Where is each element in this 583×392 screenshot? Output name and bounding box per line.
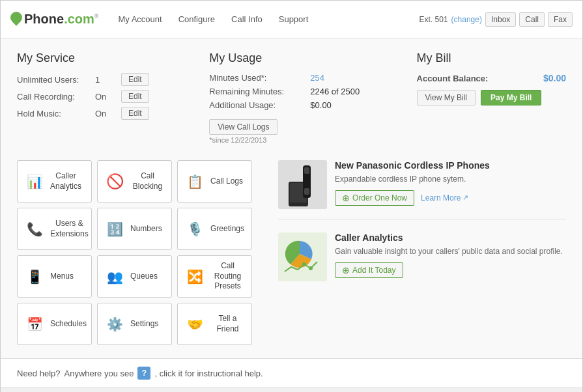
view-call-logs-button[interactable]: View Call Logs: [209, 119, 277, 135]
queues-icon: 👥: [104, 266, 125, 287]
schedules-button[interactable]: 📅 Schedules: [17, 303, 92, 345]
ext-label: Ext. 501: [419, 15, 448, 24]
add-it-today-label: Add It Today: [352, 266, 396, 275]
account-balance-label: Account Balance:: [417, 74, 489, 83]
my-usage-title: My Usage: [209, 51, 403, 65]
panasonic-description: Expandable cordless IP phone sytem.: [335, 174, 490, 185]
analytics-promo-links: ⊕ Add It Today: [335, 262, 563, 278]
greetings-icon: 🎙️: [184, 219, 205, 240]
call-routing-presets-button[interactable]: 🔀 Call RoutingPresets: [177, 255, 252, 298]
nav-call-info[interactable]: Call Info: [231, 14, 263, 24]
analytics-promo-title: Caller Analytics: [335, 232, 563, 243]
account-balance-value: $0.00: [543, 73, 566, 83]
plus-icon: ⊕: [342, 193, 350, 203]
hold-music-edit-button[interactable]: Edit: [121, 107, 149, 120]
caller-analytics-label: CallerAnalytics: [50, 171, 81, 191]
order-now-button[interactable]: ⊕ Order One Now: [335, 190, 414, 206]
service-row-users: Unlimited Users: 1 Edit: [17, 73, 196, 86]
my-usage-section: My Usage Minutes Used*: 254 Remaining Mi…: [209, 51, 403, 144]
logo-text: Phone.com®: [24, 12, 98, 27]
pay-my-bill-button[interactable]: Pay My Bill: [481, 90, 541, 105]
settings-button[interactable]: ⚙️ Settings: [97, 303, 172, 345]
external-link-icon: ↗: [462, 193, 468, 202]
main-nav: My Account Configure Call Info Support: [118, 14, 419, 24]
tell-a-friend-icon: 🤝: [184, 314, 205, 335]
call-logs-label: Call Logs: [210, 176, 243, 187]
recording-label: Call Recording:: [17, 92, 95, 102]
view-my-bill-button[interactable]: View My Bill: [417, 90, 476, 105]
numbers-button[interactable]: 🔢 Numbers: [97, 208, 172, 250]
panasonic-promo: New Panasonic Cordless IP Phones Expanda…: [278, 160, 566, 219]
usage-note: *since 12/22/2013: [209, 136, 403, 144]
panasonic-title: New Panasonic Cordless IP Phones: [335, 160, 490, 171]
hold-music-label: Hold Music:: [17, 109, 95, 119]
nav-my-account[interactable]: My Account: [118, 14, 162, 24]
call-button[interactable]: Call: [519, 12, 545, 27]
fax-button[interactable]: Fax: [548, 12, 573, 27]
analytics-chart-svg: [281, 236, 324, 278]
caller-analytics-button[interactable]: 📊 CallerAnalytics: [17, 160, 92, 203]
service-row-hold: Hold Music: On Edit: [17, 107, 196, 120]
phone-image-svg: [283, 162, 322, 208]
tell-a-friend-label: Tell a Friend: [210, 314, 245, 334]
remaining-minutes-label: Remaining Minutes:: [209, 87, 310, 96]
footer: Copyright © 2007-2013 Phone.com, Inc. Al…: [1, 387, 582, 392]
my-service-section: My Service Unlimited Users: 1 Edit Call …: [17, 51, 196, 144]
order-now-label: Order One Now: [352, 193, 407, 203]
help-text-middle: Anywhere you see: [64, 369, 134, 378]
bill-buttons: View My Bill Pay My Bill: [417, 90, 566, 105]
users-edit-button[interactable]: Edit: [121, 73, 149, 86]
users-label: Unlimited Users:: [17, 75, 95, 85]
greetings-button[interactable]: 🎙️ Greetings: [177, 208, 252, 250]
change-ext-link[interactable]: (change): [451, 15, 482, 24]
minutes-used-label: Minutes Used*:: [209, 73, 310, 83]
nav-support[interactable]: Support: [279, 14, 309, 24]
call-routing-label: Call RoutingPresets: [210, 261, 245, 292]
middle-section: 📊 CallerAnalytics 🚫 Call Blocking 📋 Call…: [17, 160, 566, 345]
call-blocking-button[interactable]: 🚫 Call Blocking: [97, 160, 172, 203]
call-blocking-label: Call Blocking: [130, 171, 165, 191]
numbers-label: Numbers: [130, 224, 162, 234]
analytics-chart-image: [278, 232, 327, 281]
right-panel: New Panasonic Cordless IP Phones Expanda…: [278, 160, 566, 345]
learn-more-label: Learn More: [421, 193, 461, 203]
call-blocking-icon: 🚫: [104, 171, 125, 192]
header-right: Ext. 501 (change) Inbox Call Fax: [419, 12, 573, 27]
inbox-button[interactable]: Inbox: [485, 12, 516, 27]
header: Phone.com® My Account Configure Call Inf…: [1, 1, 582, 38]
queues-button[interactable]: 👥 Queues: [97, 255, 172, 298]
settings-label: Settings: [130, 319, 158, 329]
panasonic-phone-image: [278, 160, 327, 209]
my-bill-section: My Bill Account Balance: $0.00 View My B…: [417, 51, 566, 144]
panasonic-promo-links: ⊕ Order One Now Learn More ↗: [335, 190, 490, 206]
logo: Phone.com®: [10, 12, 98, 27]
help-text-after: , click it for instructional help.: [154, 369, 263, 378]
bill-balance-row: Account Balance: $0.00: [417, 73, 566, 83]
add-it-today-button[interactable]: ⊕ Add It Today: [335, 262, 403, 278]
analytics-promo-content: Caller Analytics Gain valuable insight t…: [335, 232, 563, 281]
users-extensions-button[interactable]: 📞 Users &Extensions: [17, 208, 92, 250]
svg-point-7: [309, 266, 313, 270]
add-icon: ⊕: [342, 265, 350, 275]
remaining-minutes-value: 2246 of 2500: [310, 87, 360, 96]
usage-row-remaining: Remaining Minutes: 2246 of 2500: [209, 87, 403, 96]
nav-configure[interactable]: Configure: [178, 14, 215, 24]
help-badge[interactable]: ?: [137, 367, 150, 380]
panasonic-promo-content: New Panasonic Cordless IP Phones Expanda…: [335, 160, 490, 209]
tell-a-friend-button[interactable]: 🤝 Tell a Friend: [177, 303, 252, 345]
help-bar: Need help? Anywhere you see ? , click it…: [1, 358, 582, 387]
svg-point-6: [302, 262, 306, 266]
recording-edit-button[interactable]: Edit: [121, 90, 149, 103]
call-logs-button[interactable]: 📋 Call Logs: [177, 160, 252, 203]
menus-label: Menus: [50, 272, 74, 282]
learn-more-link[interactable]: Learn More ↗: [421, 193, 468, 203]
icon-grid: 📊 CallerAnalytics 🚫 Call Blocking 📋 Call…: [17, 160, 252, 345]
minutes-used-link[interactable]: 254: [310, 73, 324, 83]
top-sections: My Service Unlimited Users: 1 Edit Call …: [17, 51, 566, 144]
my-service-title: My Service: [17, 51, 196, 65]
menus-button[interactable]: 📱 Menus: [17, 255, 92, 298]
service-row-recording: Call Recording: On Edit: [17, 90, 196, 103]
analytics-promo-description: Gain valuable insight to your callers' p…: [335, 246, 563, 257]
svg-rect-3: [304, 167, 309, 174]
additional-usage-label: Additional Usage:: [209, 100, 310, 110]
